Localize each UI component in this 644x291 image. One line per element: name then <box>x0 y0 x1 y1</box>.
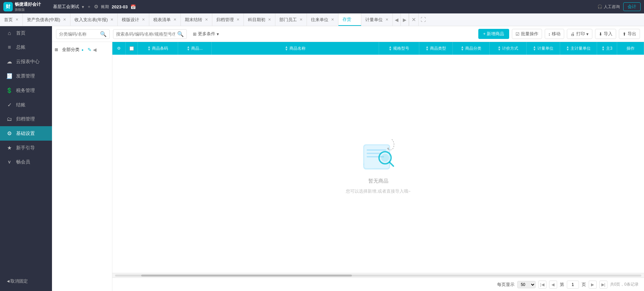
invoice-icon: 🧾 <box>6 73 13 79</box>
tax-icon: 💲 <box>6 87 13 94</box>
sidebar-item-checkout[interactable]: ✓ 结账 <box>0 98 52 112</box>
sidebar-item-tax[interactable]: 💲 税务管理 <box>0 83 52 98</box>
tab-next-btn[interactable]: ▶ <box>401 13 409 26</box>
tab-archive-close[interactable]: ✕ <box>236 17 239 22</box>
scrollbar-track <box>115 275 641 277</box>
th-settings[interactable]: ⚙ <box>112 42 126 55</box>
th-barcode[interactable]: ▲▼ 商品条码 <box>138 42 178 55</box>
left-category-panel: ⊞ 全部分类 ● ✎ ◀ <box>52 42 112 291</box>
sidebar-item-home[interactable]: ⌂ 首页 <box>0 26 52 40</box>
first-page-btn[interactable]: |◀ <box>538 281 546 289</box>
sidebar-item-guide[interactable]: ★ 新手引导 <box>0 141 52 155</box>
tab-archive[interactable]: 归档管理 ✕ <box>212 13 244 26</box>
product-search-icon[interactable]: 🔍 <box>177 31 184 37</box>
tab-dept[interactable]: 部门员工 ✕ <box>275 13 307 26</box>
cancel-fixed-label: ◄取消固定 <box>6 278 28 284</box>
archive-icon: 🗂 <box>6 116 13 122</box>
sort-icon-unit: ▲▼ <box>533 46 536 51</box>
product-search-box[interactable]: 🔍 <box>113 29 187 39</box>
tab-contacts[interactable]: 往来单位 ✕ <box>307 13 338 26</box>
tab-balance-close[interactable]: ✕ <box>63 17 66 22</box>
sidebar-item-reports[interactable]: ☁ 云报表中心 <box>0 54 52 69</box>
category-search-icon[interactable]: 🔍 <box>100 31 107 37</box>
workspace-dropdown-icon[interactable]: ▾ <box>82 4 84 9</box>
prev-page-btn[interactable]: ◀ <box>549 281 557 289</box>
category-search-box[interactable]: 🔍 <box>56 29 110 39</box>
tab-dept-close[interactable]: ✕ <box>300 17 303 22</box>
cancel-fixed-btn[interactable]: ◄取消固定 <box>0 275 52 288</box>
panel-collapse-btn[interactable]: ◀ <box>93 47 97 52</box>
page-size-select[interactable]: 50 100 200 <box>517 281 536 288</box>
sidebar-item-archive[interactable]: 🗂 归档管理 <box>0 112 52 126</box>
tab-expand-btn[interactable]: ⛶ <box>418 13 428 26</box>
logo-text: 畅捷通好会计 <box>15 1 41 7</box>
print-btn[interactable]: 🖨 打印 ▾ <box>567 29 592 39</box>
tab-unit[interactable]: 计量单位 ✕ <box>361 13 393 26</box>
tab-period[interactable]: 期末结转 ✕ <box>181 13 212 26</box>
settings-icon[interactable]: ⚙ <box>94 4 98 10</box>
tab-template-close[interactable]: ✕ <box>142 17 145 22</box>
add-tab-icon[interactable]: ＋ <box>87 4 91 10</box>
svg-rect-4 <box>367 153 382 154</box>
next-page-btn[interactable]: ▶ <box>589 281 597 289</box>
last-page-btn[interactable]: ▶| <box>599 281 607 289</box>
all-category-item[interactable]: 全部分类 ● <box>59 45 86 55</box>
category-edit-btn[interactable]: ✎ <box>88 47 92 52</box>
more-filter-btn[interactable]: ⊞ 更多条件 ▾ <box>190 30 222 38</box>
tab-home-close[interactable]: ✕ <box>15 17 18 22</box>
sidebar-item-ledger[interactable]: ≡ 总账 <box>0 40 52 54</box>
guide-icon: ★ <box>6 145 13 151</box>
tab-tax[interactable]: 税表清单 ✕ <box>149 13 181 26</box>
tab-income[interactable]: 收入支出表(年报) ✕ <box>70 13 118 26</box>
tab-close-all-btn[interactable]: ✕ <box>409 13 418 26</box>
tab-subjects-close[interactable]: ✕ <box>268 17 271 22</box>
product-search-input[interactable] <box>116 32 175 37</box>
calendar-icon[interactable]: 📅 <box>130 4 136 9</box>
tab-inventory-close[interactable]: ✕ <box>354 17 357 21</box>
th-category[interactable]: ▲▼ 商品分类 <box>453 42 490 55</box>
top-right-area: 🎧 人工咨询 会计 <box>597 2 641 11</box>
period-label: 账期 <box>101 4 109 10</box>
sidebar-item-invoice[interactable]: 🧾 发票管理 <box>0 69 52 83</box>
page-number-input[interactable] <box>567 281 579 289</box>
select-all-checkbox[interactable] <box>129 46 134 51</box>
logo-sub: 旗舰版 <box>15 7 41 12</box>
th-main-unit[interactable]: ▲▼ 主计量单位 <box>560 42 597 55</box>
account-button[interactable]: 会计 <box>623 2 641 11</box>
tab-subjects[interactable]: 科目期初 ✕ <box>244 13 275 26</box>
th-type[interactable]: ▲▼ 商品类型 <box>419 42 453 55</box>
move-btn[interactable]: ↕ 移动 <box>545 29 565 39</box>
add-product-btn[interactable]: + 新增商品 <box>478 29 509 39</box>
scrollbar-thumb[interactable] <box>141 275 352 277</box>
customer-service-btn[interactable]: 🎧 人工咨询 <box>597 4 620 10</box>
sidebar-item-member[interactable]: V 畅会员 <box>0 155 52 169</box>
sort-icon-price: ▲▼ <box>498 46 501 51</box>
workspace-name[interactable]: 基层工会测试 <box>53 4 79 10</box>
tab-period-close[interactable]: ✕ <box>205 17 208 22</box>
tab-inventory[interactable]: 存货 ✕ <box>338 13 361 26</box>
sidebar-bottom: ◄取消固定 <box>0 272 52 291</box>
th-unit[interactable]: ▲▼ 计量单位 <box>527 42 560 55</box>
tab-contacts-close[interactable]: ✕ <box>331 17 334 22</box>
category-search-input[interactable] <box>59 32 98 37</box>
batch-operate-btn[interactable]: ☑ 批量操作 <box>512 29 542 39</box>
th-checkbox[interactable] <box>126 42 138 55</box>
th-spec[interactable]: ▲▼ 规格型号 <box>379 42 419 55</box>
sidebar-item-settings[interactable]: ⚙ 基础设置 <box>0 126 52 141</box>
tab-unit-close[interactable]: ✕ <box>385 17 388 22</box>
export-btn[interactable]: ⬆ 导出 <box>619 29 640 39</box>
tab-tax-close[interactable]: ✕ <box>173 17 176 22</box>
horizontal-scrollbar[interactable] <box>112 273 644 278</box>
th-col3[interactable]: ▲▼ 主3 <box>597 42 617 55</box>
th-name[interactable]: ▲▼ 商品名称 <box>212 42 379 55</box>
th-price-method[interactable]: ▲▼ 计价方式 <box>490 42 527 55</box>
th-code[interactable]: ▲▼ 商品... <box>178 42 212 55</box>
tab-template[interactable]: 模版设计 ✕ <box>118 13 149 26</box>
tab-balance[interactable]: 资产负债表(中期) ✕ <box>23 13 70 26</box>
tab-prev-btn[interactable]: ◀ <box>393 13 401 26</box>
filter-dropdown-icon: ▾ <box>217 32 219 37</box>
tab-home[interactable]: 首页 ✕ <box>0 13 23 26</box>
import-btn[interactable]: ⬇ 导入 <box>595 29 616 39</box>
th-name-label: 商品名称 <box>289 46 306 51</box>
tab-income-close[interactable]: ✕ <box>110 17 113 22</box>
